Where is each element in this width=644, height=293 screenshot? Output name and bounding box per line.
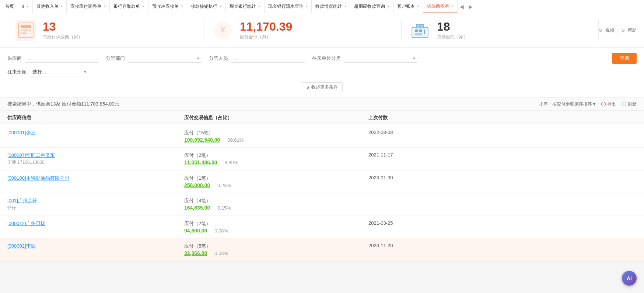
- summary-card-total-suppliers: 18 总供应商（家）: [402, 19, 599, 41]
- supplier-name-4[interactable]: [001]广州荣轩: [7, 197, 184, 204]
- refresh-dot-icon: [622, 102, 626, 106]
- nav-tab-other-income[interactable]: 其他收入单 ×: [33, 0, 67, 13]
- close-icon[interactable]: ×: [220, 4, 222, 8]
- close-icon[interactable]: ×: [258, 4, 260, 8]
- nav-tab-cash-bank-flow[interactable]: 现金银行流水查询 ×: [265, 0, 312, 13]
- total-suppliers-label: 总供应商（家）: [437, 34, 468, 40]
- nav-arrow-right[interactable]: ▶: [466, 0, 475, 13]
- supplier-filter-label: 供应商: [7, 55, 22, 62]
- person-input[interactable]: [231, 54, 305, 63]
- sort-button[interactable]: 排序：按应付余额倒序排序 ▾: [539, 101, 595, 107]
- supplier-name-6[interactable]: [000002]李四: [7, 243, 184, 249]
- payable-suppliers-label: 总应付供应商（家）: [43, 34, 83, 40]
- nav-tab-collection-stat[interactable]: 收款情况统计 ×: [312, 0, 350, 13]
- trans-amount-3[interactable]: 258,000.00: [184, 182, 210, 188]
- summary-text-payable-suppliers: 13 总应付供应商（家）: [43, 21, 83, 40]
- close-icon[interactable]: ×: [104, 4, 106, 8]
- payable-suppliers-number: 13: [43, 21, 83, 32]
- table-header: 供应商信息 应付交易信息（占比） 上次付数: [0, 111, 644, 125]
- close-icon[interactable]: ×: [27, 4, 29, 8]
- trans-percent-1: 89.61%: [227, 137, 244, 143]
- nav-tab-overdue-query-label: 超期应收款查询: [354, 3, 385, 10]
- payable-total-icon: ¥: [212, 19, 234, 41]
- svg-rect-2: [21, 25, 31, 28]
- nav-tab-home-label: 首页: [5, 3, 14, 10]
- last-payment-date-6: 2020-11-20: [368, 243, 393, 248]
- trans-amount-2[interactable]: 11,051,486.00: [184, 159, 217, 165]
- nav-tab-cash-bank-flow-label: 现金银行流水查询: [268, 3, 304, 10]
- transaction-info-1: 应付（15笔） 100,092,540.00 89.61%: [184, 130, 368, 143]
- payable-suppliers-icon: [15, 19, 37, 41]
- close-icon[interactable]: ×: [451, 4, 454, 8]
- transaction-info-6: 应付（5笔） 32,366.00 0.03%: [184, 243, 368, 256]
- summary-text-payable-total: 11,170.39 应付合计（万）: [240, 21, 292, 40]
- filter-supplier: 供应商: [7, 54, 98, 63]
- export-dot-icon: [601, 102, 606, 106]
- collapse-icon: ∧: [307, 85, 310, 90]
- nav-tab-3[interactable]: 3 ×: [18, 0, 33, 13]
- query-button[interactable]: 查询: [612, 53, 637, 64]
- help-links: ⊙ 视频 | ⊙ 帮助: [599, 27, 637, 34]
- trans-label-2: 应付（2笔）: [184, 152, 368, 159]
- supplier-input[interactable]: [25, 54, 98, 63]
- nav-tab-supplier-account[interactable]: 供应商账本 ×: [423, 0, 458, 13]
- nav-tab-overdue-query[interactable]: 超期应收款查询 ×: [350, 0, 393, 13]
- trans-amount-4[interactable]: 164,635.90: [184, 205, 210, 211]
- refresh-button[interactable]: 刷新: [622, 101, 637, 107]
- filter-section: 供应商 分管部门 分管人员 往来单位分类 查询 往来: [0, 48, 644, 98]
- header-last-payment: 上次付数: [368, 114, 637, 121]
- nav-tab-cash-bank-stat[interactable]: 现金银行统计 ×: [226, 0, 265, 13]
- total-suppliers-number: 18: [437, 21, 468, 32]
- trans-amount-6[interactable]: 32,366.00: [184, 250, 207, 256]
- nav-tab-ap-adjustment[interactable]: 应收应付调整单 ×: [67, 0, 110, 13]
- dept-select[interactable]: [128, 54, 202, 63]
- close-icon[interactable]: ×: [306, 4, 308, 8]
- trans-amount-5[interactable]: 94,600.00: [184, 228, 207, 234]
- supplier-name-5[interactable]: [000012]广州贝瑞: [7, 220, 184, 227]
- close-icon[interactable]: ×: [344, 4, 346, 8]
- nav-tab-bank-deposit[interactable]: 银行存取款单 ×: [110, 0, 148, 13]
- close-icon[interactable]: ×: [181, 4, 183, 8]
- table-row: [000007]恒旺二手叉车 王通 17106110000 应付（2笔） 11,…: [0, 148, 644, 170]
- supplier-name-3[interactable]: [000100]本特勤油品有限公司: [7, 175, 184, 182]
- trans-percent-6: 0.03%: [214, 251, 228, 256]
- trans-label-3: 应付（1笔）: [184, 175, 368, 182]
- trans-amount-1[interactable]: 100,092,540.00: [184, 137, 220, 143]
- video-link[interactable]: 视频: [605, 27, 614, 34]
- nav-tab-advance-collect[interactable]: 预收冲应收单 ×: [148, 0, 187, 13]
- category-select[interactable]: [344, 54, 417, 63]
- export-button[interactable]: 导出: [601, 101, 616, 107]
- balance-select[interactable]: 选择...: [29, 68, 88, 76]
- last-payment-date-3: 2023-01-30: [368, 175, 393, 180]
- sort-label: 排序：按应付余额倒序排序: [539, 101, 592, 107]
- svg-rect-9: [419, 30, 422, 32]
- svg-rect-3: [21, 30, 31, 31]
- nav-tab-home[interactable]: 首页: [1, 0, 18, 13]
- supplier-name-1[interactable]: [000001]张三: [7, 130, 184, 136]
- payable-total-number: 11,170.39: [240, 21, 292, 32]
- trans-label-4: 应付（4笔）: [184, 197, 368, 204]
- nav-arrow-left[interactable]: ◀: [458, 0, 466, 13]
- filter-dept: 分管部门: [106, 54, 202, 63]
- close-icon[interactable]: ×: [142, 4, 144, 8]
- close-icon[interactable]: ×: [61, 4, 63, 8]
- trans-percent-4: 0.15%: [217, 205, 231, 211]
- nav-tab-customer-account[interactable]: 客户账本 ×: [393, 0, 423, 13]
- collapse-button[interactable]: ∧ 收起更多条件: [302, 82, 343, 92]
- summary-card-payable-total: ¥ 11,170.39 应付合计（万）: [204, 19, 402, 41]
- trans-percent-3: 0.23%: [217, 183, 231, 188]
- last-payment-5: 2021-03-25: [368, 220, 637, 226]
- close-icon[interactable]: ×: [417, 4, 419, 8]
- help-link[interactable]: 帮助: [628, 27, 637, 34]
- close-icon[interactable]: ×: [387, 4, 389, 8]
- last-payment-date-5: 2021-03-25: [368, 220, 393, 226]
- transaction-info-4: 应付（4笔） 164,635.90 0.15%: [184, 197, 368, 211]
- header-transaction: 应付交易信息（占比）: [184, 114, 368, 121]
- balance-filter-label: 往来余额: [7, 69, 27, 75]
- nav-tab-receipt-verify[interactable]: 收款核销执行 ×: [187, 0, 226, 13]
- collapse-label: 收起更多条件: [311, 84, 338, 90]
- filter-row-1: 供应商 分管部门 分管人员 往来单位分类 查询: [7, 53, 637, 64]
- supplier-name-2[interactable]: [000007]恒旺二手叉车: [7, 152, 184, 159]
- nav-tab-supplier-account-label: 供应商账本: [427, 3, 449, 9]
- supplier-info-1: [000001]张三: [7, 130, 184, 136]
